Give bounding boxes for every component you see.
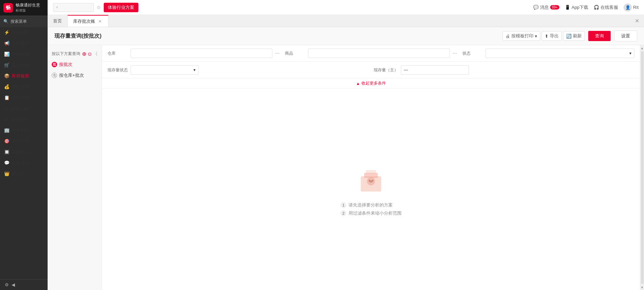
refresh-button[interactable]: 🔄 刷新 <box>563 31 585 41</box>
sidebar-item-label: 应用中心 <box>12 149 29 155</box>
sidebar-item-label: 基础信息 <box>11 106 28 112</box>
sidebar-footer: ⚙ ◀ <box>0 279 48 290</box>
sidebar-item-quick-nav[interactable]: ⚡ 快捷导航 <box>0 27 48 38</box>
trial-button[interactable]: 体验行业方案 <box>104 3 138 12</box>
search-menu-label: 搜索菜单 <box>11 19 27 24</box>
topbar-search-icon: ▾ <box>56 5 58 10</box>
sidebar-item-newbie[interactable]: 🎯 新手引导 <box>0 136 48 147</box>
message-badge: 99+ <box>550 5 559 10</box>
sidebar-item-label: 营销推广 <box>12 40 29 47</box>
app-download-button[interactable]: 📱 App下载 <box>565 4 588 11</box>
inventory-status-filter: 现存量状态 ▾ <box>107 65 368 75</box>
print-button[interactable]: 🖨 按模板打印 ▾ <box>503 31 540 41</box>
main-area: ▾ ⚙ 体验行业方案 💬 消息 99+ 📱 App下载 🎧 在线客服 👤 Rit <box>48 0 644 290</box>
topbar: ▾ ⚙ 体验行业方案 💬 消息 99+ 📱 App下载 🎧 在线客服 👤 Rit <box>48 0 644 15</box>
tab-home[interactable]: 首页 <box>48 15 68 27</box>
panel-close-button[interactable]: ✕ <box>630 18 644 24</box>
app-title: 畅康通好生意 <box>16 3 40 8</box>
scheme-by-batch[interactable]: 批 按批次 <box>48 59 102 70</box>
collapse-filters-row[interactable]: ▲ 收起更多条件 <box>102 78 640 89</box>
sidebar-item-member[interactable]: 👑 畅会员 <box>0 168 48 179</box>
collapse-left-icon[interactable]: 《 <box>93 51 98 57</box>
product-more-icon[interactable]: ··· <box>453 50 457 56</box>
left-panel-title: 按以下方案查询 ⊕ ⊙ 《 <box>48 49 102 59</box>
print-label: 按模板打印 <box>511 33 533 39</box>
online-service-button[interactable]: 🎧 在线客服 <box>594 4 618 11</box>
topbar-settings-icon[interactable]: ⚙ <box>97 5 101 10</box>
sidebar-item-sales[interactable]: 📊 销售管理 <box>0 49 48 60</box>
wechat-icon: 💬 <box>4 160 10 165</box>
inventory-status-select[interactable]: ▾ <box>131 65 199 75</box>
user-name: Rit <box>633 5 639 10</box>
add-scheme-icon[interactable]: ⊕ <box>82 51 86 57</box>
settings-button[interactable]: 设置 <box>614 31 637 41</box>
left-panel: 按以下方案查询 ⊕ ⊙ 《 批 按批次 仓 按仓库+批次 <box>48 45 102 290</box>
sidebar-search[interactable]: 🔍 搜索菜单 <box>0 16 48 27</box>
system-icon: ⚙ <box>4 117 8 122</box>
collapse-up-icon: ▲ <box>356 81 360 86</box>
sidebar-item-basic-info[interactable]: 🗂 基础信息 <box>0 103 48 114</box>
scroll-up-arrow[interactable]: ▲ <box>640 45 644 51</box>
manage-scheme-icon[interactable]: ⊙ <box>88 51 92 57</box>
tab-close-icon[interactable]: ✕ <box>97 19 103 24</box>
export-button[interactable]: ⬆ 导出 <box>542 31 562 41</box>
status-label: 状态 <box>462 51 483 56</box>
scroll-down-arrow[interactable]: ▼ <box>640 285 644 290</box>
sidebar-header: 畅 畅康通好生意 标准版 <box>0 0 48 16</box>
svg-point-4 <box>369 180 370 181</box>
product-input[interactable] <box>308 49 450 58</box>
product-label: 商品 <box>285 51 305 56</box>
warehouse-more-icon[interactable]: ··· <box>275 50 279 56</box>
inventory-status-dropdown-icon: ▾ <box>193 68 196 72</box>
user-menu[interactable]: 👤 Rit <box>624 3 639 12</box>
empty-state-illustration <box>354 163 388 197</box>
inventory-main-input[interactable]: — <box>401 65 469 75</box>
sidebar-item-wechat[interactable]: 💬 企业微信 <box>0 158 48 168</box>
quick-nav-icon: ⚡ <box>4 30 10 35</box>
svg-point-5 <box>372 180 373 181</box>
sidebar-item-marketing[interactable]: 📢 营销推广 <box>0 38 48 49</box>
message-button[interactable]: 💬 消息 99+ <box>533 4 559 11</box>
sidebar-item-label: 经营管理 <box>12 95 29 101</box>
tip-2: 2 用过滤条件来缩小分析范围 <box>340 210 402 216</box>
sidebar-item-operations[interactable]: 📋 经营管理 <box>0 92 48 103</box>
status-select[interactable]: ▾ <box>486 49 634 58</box>
scheme-by-warehouse-batch[interactable]: 仓 按仓库+批次 <box>48 70 102 81</box>
settings-footer-icon[interactable]: ⚙ <box>5 282 9 287</box>
phone-icon: 📱 <box>565 5 570 10</box>
filter-row-2: 现存量状态 ▾ 现存量（主） — <box>102 62 640 78</box>
sidebar-item-purchase[interactable]: 🛒 采购管理 <box>0 60 48 71</box>
warehouse-input[interactable] <box>131 49 272 58</box>
online-service-label: 在线客服 <box>600 4 618 11</box>
sidebar-item-enterprise[interactable]: 🏢 企业协同 <box>0 125 48 136</box>
collapse-sidebar-icon[interactable]: ◀ <box>12 282 15 287</box>
sidebar-nav: ⚡ 快捷导航 📢 营销推广 📊 销售管理 🛒 采购管理 📦 库存核算 💰 资金管… <box>0 27 48 279</box>
sidebar-item-finance[interactable]: 💰 资金管理 <box>0 81 48 92</box>
user-avatar: 👤 <box>624 3 632 12</box>
filter-area: 仓库 ··· 商品 ··· 状态 ▾ <box>102 45 640 290</box>
tip-1: 1 请先选择要分析的方案 <box>340 202 402 208</box>
sidebar-item-system[interactable]: ⚙ 系统管理 <box>0 114 48 125</box>
app-center-icon: 🔲 <box>4 149 10 155</box>
newbie-icon: 🎯 <box>4 139 10 144</box>
page-title: 现存量查询(按批次) <box>54 33 102 40</box>
page-header: 现存量查询(按批次) 🖨 按模板打印 ▾ ⬆ 导出 🔄 刷新 查询 设置 <box>48 27 644 45</box>
tab-inventory-batch[interactable]: 库存批次账 ✕ <box>68 15 108 27</box>
warehouse-filter: 仓库 ··· <box>107 49 279 58</box>
sidebar-item-label: 库存核算 <box>12 73 29 79</box>
scroll-thumb[interactable] <box>641 51 644 284</box>
topbar-search-box[interactable]: ▾ <box>53 3 94 12</box>
sidebar-item-label: 销售管理 <box>12 51 29 57</box>
query-button[interactable]: 查询 <box>588 31 611 41</box>
product-filter: 商品 ··· <box>285 49 457 58</box>
right-scrollbar[interactable]: ▲ ▼ <box>640 45 644 290</box>
member-icon: 👑 <box>4 171 10 176</box>
left-panel-title-text: 按以下方案查询 <box>52 51 80 57</box>
sidebar-item-inventory[interactable]: 📦 库存核算 <box>0 71 48 81</box>
sidebar-item-label: 新手引导 <box>12 138 29 144</box>
scheme-dot-active: 批 <box>52 62 57 67</box>
content-area: 按以下方案查询 ⊕ ⊙ 《 批 按批次 仓 按仓库+批次 仓库 <box>48 45 644 290</box>
sidebar-item-app-center[interactable]: 🔲 应用中心 <box>0 147 48 158</box>
sidebar-item-label: 企业微信 <box>12 160 29 166</box>
purchase-icon: 🛒 <box>4 62 10 68</box>
